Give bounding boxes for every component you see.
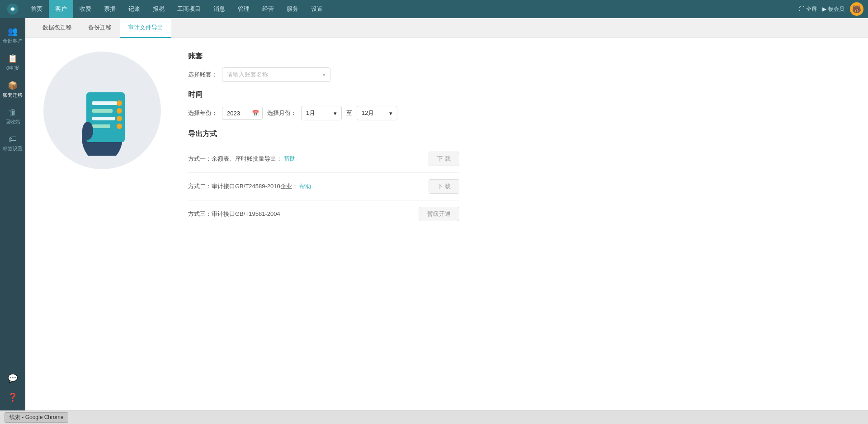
export-method-1-download-button[interactable]: 下 载 [429,152,459,166]
account-row: 选择账套： 请输入账套名称 ▾ [188,67,459,82]
time-row: 选择年份： 📅 选择月份： 1月 ▾ 至 12月 ▾ [188,106,459,120]
all-clients-icon: 👥 [8,26,18,36]
nav-settings[interactable]: 设置 [305,0,329,18]
chat-icon: 💬 [8,373,18,383]
illustration-circle [43,52,161,169]
svg-rect-7 [92,124,110,128]
nav-right-area: ⛶ 全屏 ▶ 畅会员 🐻 [799,2,863,16]
export-method-2-text: 方式二：审计接口GB/T24589-2010企业： [188,183,298,190]
page-content: 账套 选择账套： 请输入账套名称 ▾ 时间 选择年份： 📅 [25,38,868,410]
month-start-value: 1月 [306,109,315,117]
export-section: 导出方式 方式一：余额表、序时账批量导出： 帮助 下 载 方式二：审计接口GB/… [188,129,459,228]
fullscreen-label: 全屏 [806,5,817,13]
export-method-2-help-link[interactable]: 帮助 [299,183,311,190]
sidebar-item-recycle[interactable]: 🗑 回收站 [0,104,25,129]
export-method-2-download-button[interactable]: 下 载 [429,179,459,194]
year-input-wrap: 📅 [222,107,263,120]
member-label: 畅会员 [828,5,844,13]
month-label: 选择月份： [267,109,297,117]
nav-invoices[interactable]: 票据 [98,0,122,18]
sidebar-item-account-migration[interactable]: 📦 账套迁移 [0,77,25,102]
tab-audit-export[interactable]: 审计文件导出 [120,18,171,38]
help-icon: ❓ [8,392,18,402]
taskbar-chrome-item[interactable]: 线索 - Google Chrome [5,412,68,423]
tab-data-migration[interactable]: 数据包迁移 [34,18,80,38]
svg-point-1 [11,8,14,11]
app-logo[interactable] [5,1,21,17]
nav-services[interactable]: 服务 [280,0,305,18]
fullscreen-icon: ⛶ [799,6,804,12]
nav-messages[interactable]: 消息 [207,0,231,18]
sidebar-item-label: 0申报 [6,65,19,71]
sidebar: 👥 全部客户 📋 0申报 📦 账套迁移 🗑 回收站 🏷 标签设置 💬 ❓ [0,18,25,410]
month-end-value: 12月 [362,109,374,117]
tab-bar: 数据包迁移 备份迁移 审计文件导出 [25,18,868,38]
nav-operations[interactable]: 经营 [256,0,280,18]
export-method-1-help-link[interactable]: 帮助 [284,155,296,162]
illustration-svg [61,65,143,156]
nav-bookkeeping[interactable]: 记账 [122,0,146,18]
nav-clients[interactable]: 客户 [49,0,73,18]
export-method-3-open-button[interactable]: 暂缓开通 [419,207,459,221]
top-navigation: 首页 客户 收费 票据 记账 报税 工商项目 消息 管理 经营 服务 设置 ⛶ … [0,0,868,18]
account-placeholder: 请输入账套名称 [227,71,268,79]
zero-declaration-icon: 📋 [8,53,18,63]
export-section-title: 导出方式 [188,129,459,139]
account-chevron-icon: ▾ [323,72,326,78]
account-label: 选择账套： [188,71,217,79]
month-to-label: 至 [346,109,352,117]
taskbar: 线索 - Google Chrome [0,410,868,424]
svg-rect-5 [92,109,113,113]
sidebar-item-help[interactable]: ❓ [0,389,25,406]
member-button[interactable]: ▶ 畅会员 [822,5,844,13]
nav-management[interactable]: 管理 [231,0,256,18]
sidebar-item-chat[interactable]: 💬 [0,370,25,387]
export-method-2: 方式二：审计接口GB/T24589-2010企业： 帮助 下 载 [188,173,459,200]
export-method-3-text: 方式三：审计接口GB/T19581-2004 [188,210,280,217]
svg-rect-4 [92,101,117,105]
recycle-icon: 🗑 [9,108,17,117]
sidebar-item-all-clients[interactable]: 👥 全部客户 [0,23,25,48]
svg-point-10 [117,116,122,121]
account-select[interactable]: 请输入账套名称 ▾ [222,67,330,82]
tag-settings-icon: 🏷 [9,134,17,144]
month-end-chevron-icon: ▾ [389,110,392,117]
tab-backup-migration[interactable]: 备份迁移 [80,18,120,38]
content-area: 数据包迁移 备份迁移 审计文件导出 [25,18,868,410]
export-method-3-label: 方式三：审计接口GB/T19581-2004 [188,210,280,218]
sidebar-bottom: 💬 ❓ [0,370,25,410]
month-start-select[interactable]: 1月 ▾ [301,106,342,120]
nav-home[interactable]: 首页 [24,0,49,18]
export-method-1-text: 方式一：余额表、序时账批量导出： [188,155,282,162]
sidebar-item-label: 回收站 [5,119,20,125]
sidebar-item-zero-declaration[interactable]: 📋 0申报 [0,50,25,75]
export-method-3: 方式三：审计接口GB/T19581-2004 暂缓开通 [188,200,459,228]
nav-billing[interactable]: 收费 [73,0,98,18]
sidebar-item-tag-settings[interactable]: 🏷 标签设置 [0,131,25,156]
year-input[interactable] [222,107,263,120]
account-migration-icon: 📦 [8,81,18,91]
account-section-title: 账套 [188,52,459,61]
export-method-1: 方式一：余额表、序时账批量导出： 帮助 下 载 [188,145,459,173]
month-end-select[interactable]: 12月 ▾ [357,106,397,120]
fullscreen-button[interactable]: ⛶ 全屏 [799,5,817,13]
svg-rect-6 [92,117,115,120]
year-label: 选择年份： [188,109,217,117]
month-start-chevron-icon: ▾ [334,110,337,117]
sidebar-item-label: 全部客户 [3,38,23,44]
form-area: 账套 选择账套： 请输入账套名称 ▾ 时间 选择年份： 📅 [188,52,459,228]
illustration-area [43,52,161,169]
user-avatar[interactable]: 🐻 [850,2,863,16]
sidebar-item-label: 账套迁移 [3,92,23,99]
nav-menu: 首页 客户 收费 票据 记账 报税 工商项目 消息 管理 经营 服务 设置 [24,0,799,18]
time-section-title: 时间 [188,90,459,100]
nav-tax[interactable]: 报税 [146,0,171,18]
svg-point-8 [117,100,122,106]
export-method-1-label: 方式一：余额表、序时账批量导出： 帮助 [188,155,296,163]
svg-point-11 [117,124,122,129]
nav-business[interactable]: 工商项目 [171,0,207,18]
export-method-2-label: 方式二：审计接口GB/T24589-2010企业： 帮助 [188,182,311,191]
svg-point-12 [82,122,93,140]
svg-point-9 [117,108,122,114]
sidebar-item-label: 标签设置 [3,145,23,152]
